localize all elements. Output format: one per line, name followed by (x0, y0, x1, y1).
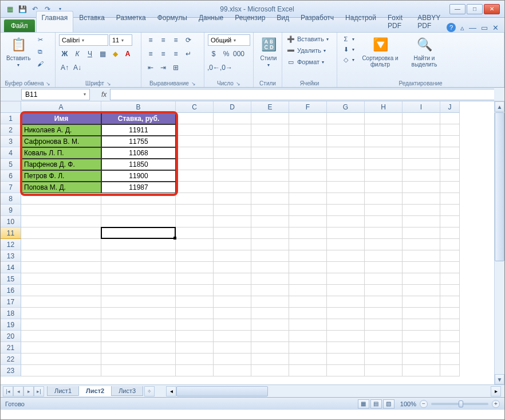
cell-A13[interactable] (21, 250, 101, 262)
wrap-text-icon[interactable]: ↵ (183, 48, 194, 60)
cell-F3[interactable] (289, 136, 327, 147)
zoom-slider[interactable] (431, 403, 488, 405)
row-header-16[interactable]: 16 (1, 285, 21, 296)
cell-B3[interactable]: 11755 (101, 136, 176, 147)
bold-button[interactable]: Ж (59, 48, 70, 60)
cell-G23[interactable] (327, 365, 365, 376)
increase-indent-icon[interactable]: ⇥ (157, 62, 169, 73)
cell-J1[interactable] (440, 113, 460, 124)
cell-J15[interactable] (440, 273, 460, 285)
cell-D12[interactable] (214, 239, 251, 250)
cell-B6[interactable]: 11900 (101, 170, 176, 182)
cell-H12[interactable] (365, 239, 403, 250)
cell-D1[interactable] (214, 113, 251, 124)
cell-E21[interactable] (251, 342, 289, 354)
number-format-combo[interactable]: Общий▾ (208, 34, 250, 46)
cell-C16[interactable] (176, 285, 214, 296)
maximize-button[interactable]: □ (467, 4, 483, 14)
cell-B7[interactable]: 11987 (101, 182, 176, 193)
row-header-13[interactable]: 13 (1, 250, 21, 262)
align-center-icon[interactable]: ≡ (157, 48, 169, 60)
cell-G1[interactable] (327, 113, 365, 124)
cell-E15[interactable] (251, 273, 289, 285)
zoom-in-button[interactable]: + (492, 400, 500, 408)
cell-C22[interactable] (176, 354, 214, 365)
cell-H20[interactable] (365, 331, 403, 342)
cell-D23[interactable] (214, 365, 251, 376)
cell-A19[interactable] (21, 319, 101, 331)
ribbon-tab-рецензир[interactable]: Рецензир (229, 11, 271, 32)
currency-icon[interactable]: $ (208, 48, 219, 60)
cell-J17[interactable] (440, 296, 460, 308)
fill-color-button[interactable]: ◆ (109, 48, 121, 60)
row-header-8[interactable]: 8 (1, 193, 21, 205)
cell-F2[interactable] (289, 124, 327, 136)
cell-B13[interactable] (101, 250, 176, 262)
fill-button[interactable]: ⬇▾ (341, 45, 356, 54)
cell-C14[interactable] (176, 262, 214, 273)
last-sheet-button[interactable]: ▸| (34, 386, 44, 397)
cell-I12[interactable] (403, 239, 440, 250)
ribbon-tab-abbyy pdf[interactable]: ABBYY PDF (412, 11, 447, 32)
cell-F16[interactable] (289, 285, 327, 296)
shrink-font-icon[interactable]: A↓ (72, 62, 83, 73)
cell-B1[interactable]: Ставка, руб. (101, 113, 176, 124)
cell-E23[interactable] (251, 365, 289, 376)
cell-G9[interactable] (327, 205, 365, 216)
cell-J8[interactable] (440, 193, 460, 205)
cell-C3[interactable] (176, 136, 214, 147)
cell-B9[interactable] (101, 205, 176, 216)
row-header-1[interactable]: 1 (1, 113, 21, 124)
format-painter-icon[interactable]: 🖌 (35, 58, 45, 69)
cell-B18[interactable] (101, 308, 176, 319)
cell-H1[interactable] (365, 113, 403, 124)
cell-F9[interactable] (289, 205, 327, 216)
dialog-launcher-icon[interactable]: ↘ (106, 81, 111, 87)
cell-C5[interactable] (176, 159, 214, 170)
cell-E20[interactable] (251, 331, 289, 342)
insert-cells-button[interactable]: ➕Вставить▾ (286, 34, 330, 44)
minimize-button[interactable]: — (449, 4, 465, 14)
align-middle-icon[interactable]: ≡ (157, 34, 169, 46)
font-size-combo[interactable]: 11▾ (109, 34, 132, 46)
cell-E4[interactable] (251, 147, 289, 159)
row-header-5[interactable]: 5 (1, 159, 21, 170)
cell-H15[interactable] (365, 273, 403, 285)
grow-font-icon[interactable]: A↑ (59, 62, 70, 73)
row-header-12[interactable]: 12 (1, 239, 21, 250)
doc-minimize-icon[interactable]: — (469, 23, 476, 32)
cell-H14[interactable] (365, 262, 403, 273)
cell-H2[interactable] (365, 124, 403, 136)
cell-G6[interactable] (327, 170, 365, 182)
cell-F18[interactable] (289, 308, 327, 319)
cell-F8[interactable] (289, 193, 327, 205)
row-header-3[interactable]: 3 (1, 136, 21, 147)
cell-I1[interactable] (403, 113, 440, 124)
column-header-B[interactable]: B (101, 101, 176, 113)
cell-J12[interactable] (440, 239, 460, 250)
cell-C1[interactable] (176, 113, 214, 124)
column-header-G[interactable]: G (327, 101, 365, 113)
cell-B17[interactable] (101, 296, 176, 308)
cell-G10[interactable] (327, 216, 365, 227)
align-top-icon[interactable]: ≡ (145, 34, 156, 46)
cell-C13[interactable] (176, 250, 214, 262)
cell-D21[interactable] (214, 342, 251, 354)
close-button[interactable]: ✕ (484, 4, 500, 14)
formula-input[interactable] (110, 89, 494, 100)
cell-F6[interactable] (289, 170, 327, 182)
cell-J11[interactable] (440, 227, 460, 239)
cell-I16[interactable] (403, 285, 440, 296)
cell-C15[interactable] (176, 273, 214, 285)
cell-I15[interactable] (403, 273, 440, 285)
cell-I7[interactable] (403, 182, 440, 193)
page-layout-view-button[interactable]: ▤ (370, 399, 382, 409)
cell-B11[interactable] (101, 227, 176, 239)
cell-I2[interactable] (403, 124, 440, 136)
doc-close-icon[interactable]: ✕ (492, 23, 499, 32)
file-tab[interactable]: Файл (4, 19, 35, 32)
cell-H11[interactable] (365, 227, 403, 239)
cell-A1[interactable]: Имя (21, 113, 101, 124)
cell-J6[interactable] (440, 170, 460, 182)
cell-H4[interactable] (365, 147, 403, 159)
